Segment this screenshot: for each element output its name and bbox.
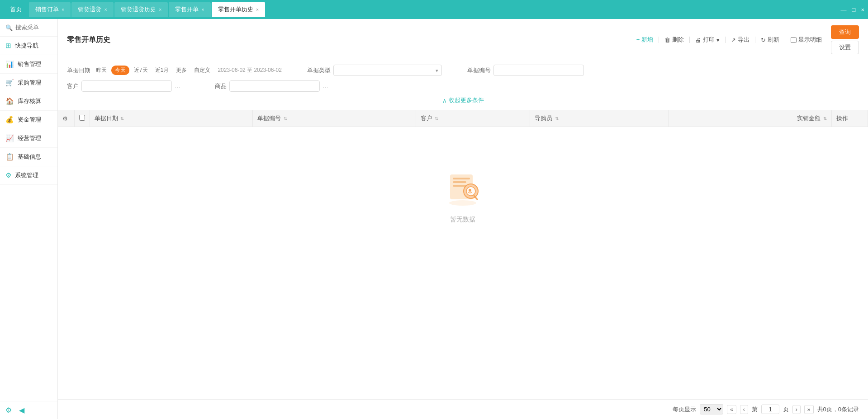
date-opt-custom[interactable]: 自定义	[191, 66, 213, 75]
first-page-button[interactable]: «	[727, 405, 736, 414]
doc-type-label: 单据类型	[307, 66, 331, 75]
goods-input[interactable]	[229, 80, 320, 92]
tab-sales-order[interactable]: 销售订单 ×	[29, 2, 71, 17]
toolbar-divider-2	[689, 37, 690, 43]
sidebar-item-purchase-mgmt[interactable]: 🛒 采购管理	[0, 74, 57, 92]
data-table: ⚙ 单据日期 ⇅ 单据编号 ⇅	[58, 110, 868, 260]
gear-icon[interactable]: ⚙	[62, 115, 68, 122]
tab-sales-return-history[interactable]: 销货退货历史 ×	[114, 2, 168, 17]
date-range-text: 2023-06-02 至 2023-06-02	[218, 66, 281, 74]
th-salesperson[interactable]: 导购员 ⇅	[530, 110, 668, 127]
th-amount[interactable]: 实销金额 ⇅	[669, 110, 832, 127]
th-customer-sort-icon: ⇅	[435, 116, 438, 121]
collapse-row[interactable]: ∧ 收起更多条件	[67, 96, 859, 104]
table-head: ⚙ 单据日期 ⇅ 单据编号 ⇅	[58, 110, 868, 127]
doc-no-input[interactable]	[493, 65, 584, 76]
sidebar-item-biz-mgmt[interactable]: 📈 经营管理	[0, 129, 57, 148]
sales-mgmt-icon: 📊	[5, 60, 14, 68]
export-button[interactable]: ↗ 导出	[731, 36, 749, 44]
show-detail-input[interactable]	[791, 37, 797, 43]
window-close[interactable]: ×	[861, 6, 864, 13]
date-options: 昨天 今天 近7天 近1月 更多 自定义	[93, 66, 213, 75]
sidebar-collapse-icon[interactable]: ◀	[19, 406, 24, 414]
refresh-icon: ↻	[761, 37, 766, 43]
date-opt-today[interactable]: 今天	[111, 66, 129, 75]
goods-filter: 商品 …	[215, 80, 328, 92]
filter-area: 单据日期 昨天 今天 近7天 近1月 更多 自定义 2023-06-02 至 2…	[58, 59, 868, 110]
settings-button[interactable]: 设置	[831, 41, 859, 54]
nav-tabs: 首页 销售订单 × 销货退货 × 销货退货历史 × 零售开单 × 零售开单历史 …	[4, 2, 841, 17]
tab-retail-open[interactable]: 零售开单 ×	[169, 2, 210, 17]
print-dropdown-icon: ▾	[716, 37, 720, 43]
last-page-button[interactable]: »	[804, 405, 814, 414]
query-button[interactable]: 查询	[831, 25, 859, 39]
th-customer[interactable]: 客户 ⇅	[416, 110, 530, 127]
date-opt-1month[interactable]: 近1月	[152, 66, 172, 75]
sidebar-item-sys-mgmt[interactable]: ⚙ 系统管理	[0, 166, 57, 185]
date-filter: 单据日期 昨天 今天 近7天 近1月 更多 自定义 2023-06-02 至 2…	[67, 66, 282, 75]
toolbar-divider-1	[659, 37, 659, 43]
collapse-up-icon: ∧	[442, 97, 447, 104]
date-opt-more[interactable]: 更多	[173, 66, 190, 75]
window-maximize[interactable]: □	[852, 6, 856, 13]
show-detail-checkbox[interactable]: 显示明细	[791, 36, 822, 44]
select-all-checkbox[interactable]	[79, 115, 85, 121]
th-date[interactable]: 单据日期 ⇅	[90, 110, 253, 127]
tab-home[interactable]: 首页	[4, 2, 28, 17]
date-opt-7days[interactable]: 近7天	[131, 66, 151, 75]
sidebar-item-sales-mgmt[interactable]: 📊 销售管理	[0, 55, 57, 74]
sidebar-search[interactable]: 🔍 搜索采单	[0, 19, 57, 37]
prev-page-button[interactable]: ‹	[740, 405, 748, 414]
empty-state-row: 暂无数据	[58, 127, 868, 260]
sidebar-item-finance-mgmt[interactable]: 💰 资金管理	[0, 111, 57, 129]
th-actions-label: 操作	[836, 115, 848, 122]
th-no[interactable]: 单据编号 ⇅	[253, 110, 416, 127]
sidebar: 🔍 搜索采单 ⊞ 快捷导航 📊 销售管理 🛒 采购管理 🏠 库存核算 💰 资金管…	[0, 19, 58, 419]
tab-sales-return-close[interactable]: ×	[104, 7, 107, 12]
page-size-select[interactable]: 50 100 200	[700, 404, 723, 414]
collapse-label: 收起更多条件	[449, 96, 484, 104]
th-checkbox	[74, 110, 90, 127]
export-label: 导出	[738, 36, 749, 44]
empty-state-icon	[440, 163, 485, 208]
doc-type-select[interactable]	[333, 65, 442, 76]
sidebar-settings-icon[interactable]: ⚙	[5, 406, 12, 414]
sidebar-item-basic-info[interactable]: 📋 基础信息	[0, 148, 57, 166]
th-gear: ⚙	[58, 110, 74, 127]
tab-sales-return[interactable]: 销货退货 ×	[71, 2, 113, 17]
page-suffix-label: 页	[783, 405, 789, 414]
th-no-label: 单据编号	[257, 115, 281, 122]
tab-retail-open-close[interactable]: ×	[201, 7, 204, 12]
window-controls: — □ ×	[841, 6, 864, 13]
sidebar-item-basic-info-label: 基础信息	[18, 153, 41, 161]
customer-input[interactable]	[81, 80, 172, 92]
th-customer-label: 客户	[421, 115, 432, 122]
tab-home-label: 首页	[10, 5, 22, 14]
page-title: 零售开单历史	[67, 35, 110, 45]
date-opt-yesterday[interactable]: 昨天	[93, 66, 109, 75]
tab-retail-open-history[interactable]: 零售开单历史 ×	[212, 2, 265, 17]
window-minimize[interactable]: —	[841, 6, 847, 13]
current-page-input[interactable]	[761, 405, 779, 414]
tab-retail-open-history-close[interactable]: ×	[256, 7, 259, 12]
sidebar-item-quick-nav[interactable]: ⊞ 快捷导航	[0, 37, 57, 55]
delete-button[interactable]: 🗑 删除	[664, 36, 684, 44]
table-body: 暂无数据	[58, 127, 868, 260]
delete-label: 删除	[672, 36, 684, 44]
tab-sales-order-close[interactable]: ×	[62, 7, 64, 12]
print-button[interactable]: 🖨 打印 ▾	[695, 36, 720, 44]
svg-rect-2	[453, 178, 470, 179]
tab-sales-return-history-close[interactable]: ×	[159, 7, 161, 12]
add-button[interactable]: + 新增	[636, 36, 653, 44]
tab-sales-return-label: 销货退货	[78, 5, 101, 14]
sidebar-item-inventory[interactable]: 🏠 库存核算	[0, 92, 57, 111]
th-date-label: 单据日期	[95, 115, 118, 122]
sidebar-item-quick-nav-label: 快捷导航	[15, 42, 38, 50]
next-page-button[interactable]: ›	[792, 405, 801, 414]
show-detail-label: 显示明细	[798, 36, 822, 44]
purchase-mgmt-icon: 🛒	[5, 79, 14, 87]
customer-more-icon[interactable]: …	[175, 83, 180, 89]
refresh-button[interactable]: ↻ 刷新	[761, 36, 779, 44]
goods-more-icon[interactable]: …	[323, 83, 328, 89]
tab-sales-order-label: 销售订单	[35, 5, 59, 14]
